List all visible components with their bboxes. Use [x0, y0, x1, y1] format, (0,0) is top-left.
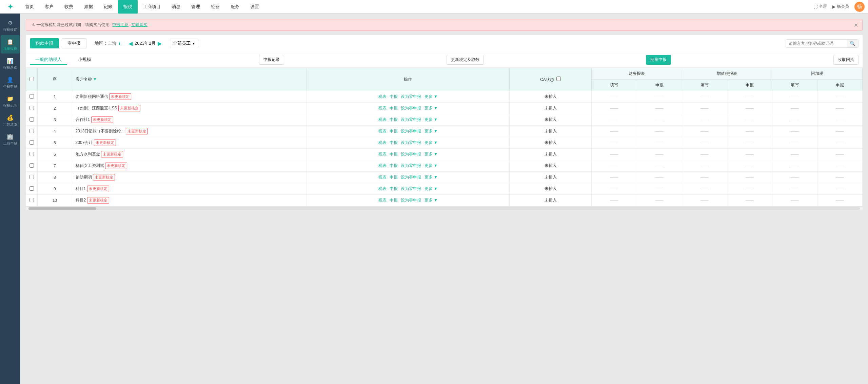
nav-home[interactable]: 首页	[20, 0, 39, 14]
member-button[interactable]: ▶ 畅会员	[832, 4, 849, 9]
sidebar-item-annual-settlement[interactable]: 💰 汇算清缴	[1, 111, 20, 129]
op-more[interactable]: 更多 ▼	[425, 186, 438, 191]
op-declare[interactable]: 申报	[390, 152, 398, 156]
nav-service[interactable]: 服务	[225, 0, 245, 14]
sidebar-item-personal-tax[interactable]: 👤 个税申报	[1, 73, 20, 91]
op-zero-declare[interactable]: 设为零申报	[401, 198, 421, 202]
op-taxform[interactable]: 税表	[378, 152, 387, 156]
update-tax-button[interactable]: 更新税定及取数	[447, 55, 484, 65]
row-checkbox-7[interactable]	[29, 175, 34, 179]
tab-zero-declaration[interactable]: 零申报	[62, 38, 86, 48]
op-more[interactable]: 更多 ▼	[425, 94, 438, 99]
row-tax-report: ——	[727, 183, 772, 195]
op-declare[interactable]: 申报	[390, 106, 398, 110]
op-zero-declare[interactable]: 设为零申报	[401, 175, 421, 179]
alert-close-button[interactable]: ✕	[854, 22, 858, 28]
unverified-tag: 未更新核定	[87, 186, 109, 192]
op-zero-declare[interactable]: 设为零申报	[401, 106, 421, 110]
op-declare[interactable]: 申报	[390, 129, 398, 133]
horizontal-scrollbar[interactable]	[26, 206, 863, 210]
op-declare[interactable]: 申报	[390, 175, 398, 179]
nav-invoice[interactable]: 票据	[79, 0, 98, 14]
op-more[interactable]: 更多 ▼	[425, 106, 438, 110]
nav-manage[interactable]: 管理	[186, 0, 205, 14]
op-zero-declare[interactable]: 设为零申报	[401, 129, 421, 133]
op-zero-declare[interactable]: 设为零申报	[401, 163, 421, 168]
sidebar-item-tax-records[interactable]: 📁 报税记录	[1, 92, 20, 110]
nav-message[interactable]: 消息	[166, 0, 186, 14]
op-more[interactable]: 更多 ▼	[425, 152, 438, 156]
op-taxform[interactable]: 税表	[378, 117, 387, 122]
ca-select-checkbox[interactable]	[556, 77, 561, 81]
op-taxform[interactable]: 税表	[378, 129, 387, 133]
nav-operation[interactable]: 经营	[205, 0, 225, 14]
op-zero-declare[interactable]: 设为零申报	[401, 186, 421, 191]
op-more[interactable]: 更多 ▼	[425, 140, 438, 145]
op-declare[interactable]: 申报	[390, 94, 398, 99]
sidebar-item-tax-settings[interactable]: ⚙ 报税设置	[1, 16, 20, 35]
search-button[interactable]: 🔍	[847, 40, 858, 47]
th-client-name: 客户名称 ▼	[72, 68, 307, 91]
row-checkbox-5[interactable]	[29, 152, 34, 156]
sidebar-item-business-report[interactable]: 🏢 工商年报	[1, 130, 20, 148]
op-taxform[interactable]: 税表	[378, 106, 387, 110]
row-checkbox-2[interactable]	[29, 117, 34, 122]
fullscreen-button[interactable]: ⛶ 全屏	[813, 4, 827, 9]
op-taxform[interactable]: 税表	[378, 140, 387, 145]
nav-bookkeeping[interactable]: 记账	[98, 0, 118, 14]
row-checkbox-1[interactable]	[29, 106, 34, 110]
op-more[interactable]: 更多 ▼	[425, 198, 438, 202]
op-declare[interactable]: 申报	[390, 186, 398, 191]
op-more[interactable]: 更多 ▼	[425, 129, 438, 133]
alert-link-summary[interactable]: 申报汇总	[112, 22, 129, 28]
alert-link-buy[interactable]: 立即购买	[131, 22, 147, 28]
avatar[interactable]: 畅	[854, 2, 865, 12]
date-next-button[interactable]: ▶	[158, 40, 162, 47]
collect-receipt-button[interactable]: 收取回执	[833, 55, 859, 65]
op-more[interactable]: 更多 ▼	[425, 175, 438, 179]
op-taxform[interactable]: 税表	[378, 175, 387, 179]
row-client-name: 科目1 未更新核定	[72, 183, 307, 195]
table-row: 2 （勿删）江西酸宝-LSS 未更新核定 税表 申报 设为零申报 更多 ▼ 未插…	[26, 103, 863, 114]
op-taxform[interactable]: 税表	[378, 186, 387, 191]
sidebar-item-batch-tax[interactable]: 📋 批量报税	[1, 35, 20, 54]
op-taxform[interactable]: 税表	[378, 94, 387, 99]
op-more[interactable]: 更多 ▼	[425, 117, 438, 122]
op-taxform[interactable]: 税表	[378, 163, 387, 168]
unverified-tag: 未更新核定	[126, 128, 148, 134]
subtab-general-taxpayer[interactable]: 一般的纳税人	[30, 55, 67, 65]
op-declare[interactable]: 申报	[390, 117, 398, 122]
declaration-records-button[interactable]: 申报记录	[259, 55, 284, 65]
select-all-checkbox[interactable]	[29, 77, 34, 81]
subtab-small-scale[interactable]: 小规模	[73, 55, 97, 65]
row-checkbox-3[interactable]	[29, 129, 34, 133]
row-add-report: ——	[817, 172, 862, 183]
row-checkbox-4[interactable]	[29, 140, 34, 145]
tab-tax-declaration[interactable]: 税款申报	[30, 38, 59, 48]
op-zero-declare[interactable]: 设为零申报	[401, 152, 421, 156]
batch-declare-button[interactable]: 批量申报	[646, 55, 671, 65]
nav-tax[interactable]: 报税	[118, 0, 138, 14]
op-more[interactable]: 更多 ▼	[425, 163, 438, 168]
nav-business[interactable]: 工商项目	[138, 0, 166, 14]
nav-billing[interactable]: 收费	[59, 0, 79, 14]
op-taxform[interactable]: 税表	[378, 198, 387, 202]
op-declare[interactable]: 申报	[390, 163, 398, 168]
op-zero-declare[interactable]: 设为零申报	[401, 94, 421, 99]
row-tax-report: ——	[727, 114, 772, 126]
op-zero-declare[interactable]: 设为零申报	[401, 117, 421, 122]
op-declare[interactable]: 申报	[390, 140, 398, 145]
row-checkbox-8[interactable]	[29, 186, 34, 191]
nav-client[interactable]: 客户	[39, 0, 59, 14]
scrollbar-thumb[interactable]	[28, 207, 96, 210]
row-checkbox-6[interactable]	[29, 163, 34, 168]
op-zero-declare[interactable]: 设为零申报	[401, 140, 421, 145]
search-input[interactable]	[786, 40, 847, 47]
row-checkbox-0[interactable]	[29, 94, 34, 99]
row-checkbox-9[interactable]	[29, 198, 34, 202]
staff-selector[interactable]: 全部员工 ▼	[170, 39, 198, 48]
nav-settings[interactable]: 设置	[245, 0, 264, 14]
op-declare[interactable]: 申报	[390, 198, 398, 202]
sidebar-item-tax-overview[interactable]: 📊 报税总览	[1, 54, 20, 72]
date-prev-button[interactable]: ◀	[129, 40, 133, 47]
